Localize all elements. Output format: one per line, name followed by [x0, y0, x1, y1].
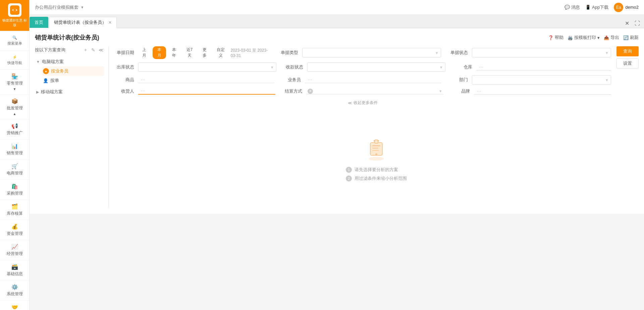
date-btn-this-year[interactable]: 本年 [168, 46, 180, 59]
tree-pc-group[interactable]: ▼ 电脑端方案 [35, 57, 104, 66]
sidebar-item-wholesale[interactable]: 📦 批发管理 ▲ [0, 95, 29, 119]
salesperson-ellipsis[interactable]: ··· [306, 77, 313, 83]
brand-ellipsis[interactable]: ··· [475, 88, 482, 94]
left-panel-header: 按以下方案查询 ＋ ✎ ≪ [35, 46, 104, 54]
date-btn-7days[interactable]: 近7天 [182, 46, 197, 59]
tab-close-window-button[interactable]: ✕ [624, 19, 631, 28]
date-btn-last-month[interactable]: 上月 [138, 46, 151, 59]
content-area: 销货单统计表(按业务员) ❓ 帮助 🖨️ 按模板打印 ▾ 📤 导出 [30, 28, 644, 310]
wholesale-label: 批发管理 [7, 105, 23, 111]
refresh-button[interactable]: 🔄 刷新 [623, 35, 639, 41]
quick-nav-label: 快捷导航 [7, 60, 22, 65]
wholesale-icon: 📦 [11, 98, 18, 104]
pay-status-select[interactable]: ▾ [307, 62, 445, 72]
sidebar-item-basic[interactable]: 🗃️ 基础信息 [0, 260, 29, 280]
app-download-button[interactable]: 📱 App下载 [585, 4, 608, 10]
tree-mobile-group[interactable]: ▶ 移动端方案 [35, 87, 104, 97]
help-button[interactable]: ❓ 帮助 [548, 35, 564, 41]
query-button[interactable]: 查询 [616, 46, 639, 56]
edit-scheme-button[interactable]: ✎ [91, 46, 96, 54]
sidebar-item-inventory[interactable]: 🗂️ 库存核算 [0, 200, 29, 220]
print-label: 按模板打印 [574, 35, 596, 41]
settings-button[interactable]: 设置 [616, 58, 639, 68]
dept-select[interactable]: ▾ [472, 75, 611, 85]
logo-text: 畅捷通好生意 标版 [2, 18, 27, 28]
sidebar-search-section: 🔍 搜索菜单 [0, 31, 29, 51]
ecommerce-icon: 🛒 [11, 163, 18, 169]
topbar-right: 💬 消息 📱 App下载 Ea demo2 [565, 3, 639, 12]
collapse-panel-button[interactable]: ≪ [98, 46, 104, 54]
tree-bill-item[interactable]: 👤 按单 [42, 76, 104, 85]
status-select[interactable]: ▾ [472, 48, 611, 57]
empty-icon [363, 136, 390, 163]
basic-icon: 🗃️ [11, 264, 18, 270]
app-logo[interactable]: 畅捷通好生意 标版 [0, 0, 29, 31]
tree-mobile-expand-icon: ▶ [36, 90, 39, 94]
logo-icon [8, 3, 21, 17]
purchase-label: 采购管理 [7, 191, 23, 196]
sidebar-item-operations[interactable]: 📈 经营管理 [0, 240, 29, 260]
tab-sales-stats-label: 销货单统计表（按业务员） [54, 19, 106, 25]
tab-home[interactable]: 首页 [30, 17, 48, 28]
nav-icon: ⚡ [12, 55, 17, 59]
tab-close-icon[interactable]: ✕ [108, 20, 112, 25]
message-label: 消息 [571, 4, 580, 10]
message-button[interactable]: 💬 消息 [565, 4, 580, 10]
tree-mobile-group-label: 移动端方案 [41, 89, 63, 95]
print-button[interactable]: 🖨️ 按模板打印 ▾ [568, 35, 600, 41]
search-menu-button[interactable]: 🔍 搜索菜单 [2, 34, 27, 48]
date-btn-custom[interactable]: 自定义 [213, 46, 229, 59]
enterprise-icon: 🤝 [11, 304, 18, 310]
svg-point-2 [369, 157, 384, 161]
help-label: 帮助 [555, 35, 564, 41]
operations-icon: 📈 [11, 244, 18, 250]
username-label[interactable]: demo2 [625, 5, 639, 10]
sidebar-item-sales[interactable]: 📊 销售管理 [0, 140, 29, 160]
sales-label: 销售管理 [7, 150, 23, 156]
warehouse-ellipsis[interactable]: ··· [478, 64, 485, 70]
collapse-button[interactable]: ≪ 收起更多条件 [348, 100, 378, 106]
search-menu-label: 搜索菜单 [7, 41, 22, 46]
inventory-label: 库存核算 [7, 211, 23, 216]
warehouse-field: ··· [476, 64, 611, 70]
sidebar-item-ecommerce[interactable]: 🛒 电商管理 [0, 160, 29, 180]
payment-clear-button[interactable]: ✕ [308, 89, 313, 94]
refresh-icon: 🔄 [623, 35, 629, 40]
date-btn-more[interactable]: 更多 [199, 46, 211, 59]
sidebar-item-finance[interactable]: 💰 资金管理 [0, 220, 29, 240]
main-area: 办公用品行业模拟账套 ▾ 💬 消息 📱 App下载 Ea demo2 首页 [30, 0, 644, 310]
page-title: 销货单统计表(按业务员) [35, 34, 99, 42]
tree-salesperson-item[interactable]: ● 按业务员 [42, 66, 104, 76]
svg-rect-4 [372, 145, 380, 146]
date-btn-this-month[interactable]: 本月 [153, 46, 166, 59]
marketing-icon: 📢 [11, 123, 18, 129]
type-select[interactable]: ▾ [302, 48, 441, 57]
filter-fields: 单据日期 上月 本月 本年 近7天 更多 自定义 2023-03-01 至 20… [114, 46, 611, 109]
tab-maximize-button[interactable]: ⛶ [633, 19, 641, 28]
tab-sales-stats[interactable]: 销货单统计表（按业务员） ✕ [49, 17, 117, 28]
out-status-label: 出库状态 [114, 64, 134, 70]
breadcrumb-dropdown-icon[interactable]: ▾ [81, 5, 84, 10]
sidebar-item-retail[interactable]: 🏪 零售管理 ▼ [0, 70, 29, 95]
status-label: 单据状态 [448, 50, 468, 56]
export-button[interactable]: 📤 导出 [604, 35, 619, 41]
retail-icon: 🏪 [11, 73, 18, 80]
help-icon: ❓ [548, 35, 553, 40]
inventory-icon: 🗂️ [11, 203, 18, 210]
sidebar-item-purchase[interactable]: 🛍️ 采购管理 [0, 180, 29, 200]
tree-sub: ● 按业务员 👤 按单 [35, 66, 104, 85]
consignee-ellipsis[interactable]: ··· [140, 88, 147, 94]
sidebar-item-system[interactable]: ⚙️ 系统管理 [0, 280, 29, 301]
svg-point-7 [375, 153, 377, 155]
out-status-select[interactable]: ▾ [138, 62, 276, 72]
add-scheme-button[interactable]: ＋ [83, 46, 89, 54]
page: 销货单统计表(按业务员) ❓ 帮助 🖨️ 按模板打印 ▾ 📤 导出 [30, 28, 644, 214]
step-2-label: 用过滤条件来缩小分析范围 [355, 175, 407, 182]
sidebar-item-enterprise[interactable]: 🤝 企业协同 [0, 301, 29, 310]
svg-point-1 [13, 9, 16, 11]
brand-label: 品牌 [450, 88, 470, 94]
left-panel-title: 按以下方案查询 [35, 47, 65, 53]
sidebar-item-marketing[interactable]: 📢 营销推广 [0, 119, 29, 140]
quick-nav-button[interactable]: ⚡ 快捷导航 [0, 53, 29, 67]
goods-ellipsis[interactable]: ··· [140, 77, 147, 83]
